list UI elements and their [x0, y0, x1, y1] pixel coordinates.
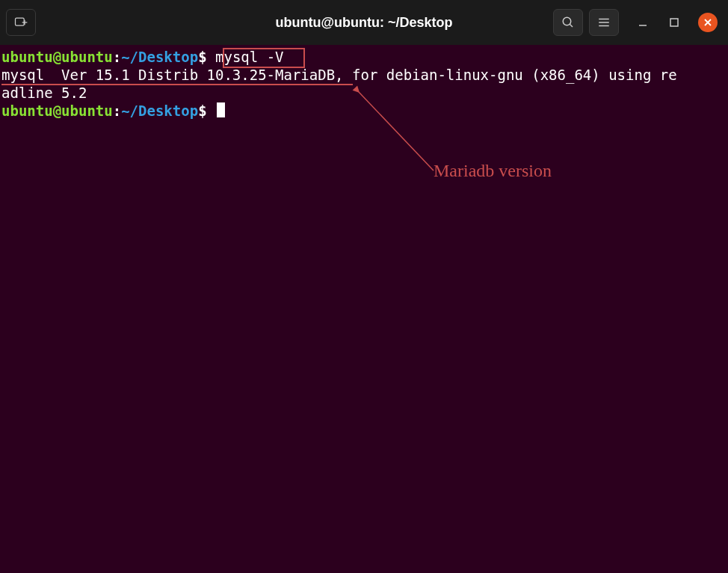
output-line-2: adline 5.2 [1, 84, 727, 102]
maximize-button[interactable] [667, 15, 682, 30]
svg-rect-0 [16, 18, 25, 25]
search-button[interactable] [553, 9, 583, 36]
search-icon [561, 16, 575, 29]
titlebar-right [553, 9, 722, 36]
annotation-underline [1, 84, 353, 85]
window-title: ubuntu@ubuntu: ~/Desktop [275, 15, 452, 31]
prompt-line-2: ubuntu@ubuntu:~/Desktop$ [1, 102, 727, 120]
prompt-path: ~/Desktop [121, 49, 198, 65]
annotation-label: Mariadb version [434, 161, 552, 181]
prompt-line-1: ubuntu@ubuntu:~/Desktop$ mysql -V [1, 48, 727, 66]
window-controls [635, 13, 718, 32]
close-icon [703, 18, 712, 27]
prompt-symbol: $ [198, 49, 206, 65]
new-tab-button[interactable] [6, 9, 36, 36]
minimize-icon [638, 17, 648, 28]
prompt-path: ~/Desktop [121, 102, 198, 119]
hamburger-icon [597, 16, 611, 29]
cursor [217, 102, 225, 117]
menu-button[interactable] [589, 9, 619, 36]
minimize-button[interactable] [635, 15, 650, 30]
svg-rect-9 [670, 19, 678, 26]
svg-point-3 [563, 17, 571, 25]
prompt-symbol: $ [198, 102, 206, 119]
prompt-user: ubuntu@ubuntu [1, 102, 113, 119]
svg-line-4 [570, 24, 573, 27]
command-text: mysql -V [215, 49, 284, 65]
maximize-icon [669, 17, 679, 28]
output-line-1: mysql Ver 15.1 Distrib 10.3.25-MariaDB, … [1, 66, 727, 84]
titlebar-left [6, 9, 36, 36]
new-tab-icon [13, 15, 28, 30]
close-button[interactable] [698, 13, 718, 32]
prompt-colon: : [113, 49, 121, 65]
prompt-colon: : [113, 102, 121, 119]
prompt-user: ubuntu@ubuntu [1, 49, 113, 65]
titlebar: ubuntu@ubuntu: ~/Desktop [0, 0, 728, 45]
